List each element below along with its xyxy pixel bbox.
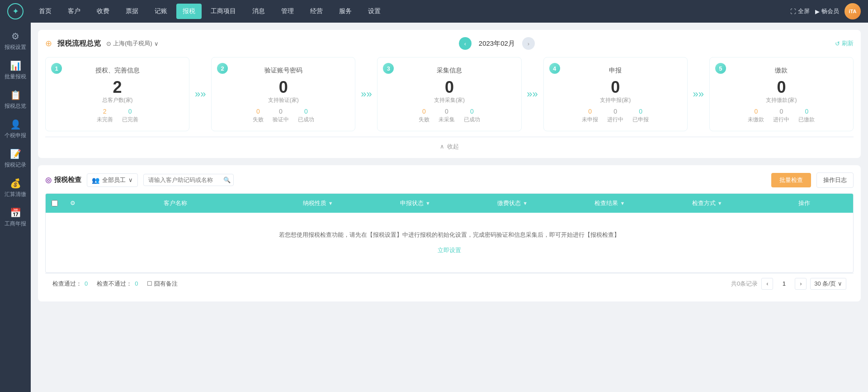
avatar[interactable]: iTA xyxy=(844,3,861,19)
chevron-down-icon: ∨ xyxy=(128,177,133,183)
step-title-3: 申报 xyxy=(551,67,680,75)
nav-item-收费[interactable]: 收费 xyxy=(89,0,118,23)
stat-label: 未申报 xyxy=(582,116,598,124)
step-sub-4: 支持缴款(家) xyxy=(717,96,846,104)
search-icon[interactable]: 🔍 xyxy=(223,177,231,183)
sidebar-item-1[interactable]: 📊批量报税 xyxy=(0,56,31,85)
stat-label: 未采集 xyxy=(439,116,455,124)
pagination: 共0条记录 ‹ 1 › 30 条/页 ∨ xyxy=(731,278,846,290)
fullscreen-button[interactable]: ⛶ 全屏 xyxy=(790,7,810,15)
select-all-checkbox[interactable] xyxy=(52,200,58,206)
th-check-result[interactable]: 检查结果 ▼ xyxy=(561,194,658,213)
prev-month-button[interactable]: ‹ xyxy=(459,37,472,50)
stat-val[interactable]: 0 xyxy=(798,108,815,115)
step-card-4: 5 缴款 0 支持缴款(家) 0 未缴款 0 进行中 0 已缴款 xyxy=(709,57,854,131)
th-checkbox[interactable] xyxy=(46,194,64,213)
th-check-method[interactable]: 检查方式 ▼ xyxy=(659,194,756,213)
table-empty-body: 若您想使用报税检查功能，请先在【报税设置】中进行报税的初始化设置，完成密码验证和… xyxy=(46,213,853,272)
stat-val[interactable]: 0 xyxy=(122,108,138,115)
step-title-0: 授权、完善信息 xyxy=(53,67,182,75)
pass-count[interactable]: 0 xyxy=(85,280,88,287)
nav-item-记账[interactable]: 记账 xyxy=(146,0,175,23)
nav-item-消息[interactable]: 消息 xyxy=(244,0,273,23)
stat-val[interactable]: 0 xyxy=(748,108,764,115)
step-card-3: 4 申报 0 支持申报(家) 0 未申报 0 进行中 0 已申报 xyxy=(543,57,688,131)
search-box: 🔍 xyxy=(143,174,234,186)
nav-item-工商项目[interactable]: 工商项目 xyxy=(203,0,244,23)
stat-label: 已成功 xyxy=(464,116,480,124)
nav-item-客户[interactable]: 客户 xyxy=(60,0,89,23)
step-card-0: 1 授权、完善信息 2 总客户数(家) 2 未完善 0 已完善 xyxy=(45,57,189,131)
sidebar-icon-4: 📝 xyxy=(10,148,21,159)
operation-log-button[interactable]: 操作日志 xyxy=(816,172,854,188)
fail-count[interactable]: 0 xyxy=(135,280,138,287)
step-arrow-2: »» xyxy=(355,57,377,131)
sidebar-item-4[interactable]: 📝报税记录 xyxy=(0,144,31,173)
step-arrow-1: »» xyxy=(189,57,211,131)
tax-check-panel: ◎ 报税检查 👥 全部员工 ∨ 🔍 批量检查 操作日志 ⚙ 客户名称 xyxy=(38,165,861,301)
stat-val: 0 xyxy=(607,108,623,115)
member-button[interactable]: ▶ 畅会员 xyxy=(815,7,839,15)
nav-item-设置[interactable]: 设置 xyxy=(360,0,389,23)
refresh-button[interactable]: ↺ 刷新 xyxy=(835,39,854,48)
sidebar-label-1: 批量报税 xyxy=(5,73,26,81)
sidebar-label-0: 报税设置 xyxy=(5,43,26,51)
sidebar-item-5[interactable]: 💰汇算清缴 xyxy=(0,173,31,203)
sidebar-item-3[interactable]: 👤个税申报 xyxy=(0,115,31,144)
step-arrow-4: »» xyxy=(688,57,709,131)
next-page-button[interactable]: › xyxy=(795,278,807,290)
logo: ✦ xyxy=(0,0,31,23)
stat-val[interactable]: 0 xyxy=(582,108,598,115)
prev-page-button[interactable]: ‹ xyxy=(761,278,773,290)
nav-item-首页[interactable]: 首页 xyxy=(31,0,60,23)
sidebar-item-6[interactable]: 📅工商年报 xyxy=(0,203,31,232)
go-setting-link[interactable]: 立即设置 xyxy=(438,246,461,254)
collapse-button[interactable]: ∧ 收起 xyxy=(45,143,854,151)
sidebar-label-4: 报税记录 xyxy=(5,161,26,169)
nav-item-管理[interactable]: 管理 xyxy=(273,0,302,23)
per-page-selector[interactable]: 30 条/页 ∨ xyxy=(810,278,846,290)
stat-val[interactable]: 0 xyxy=(253,108,264,115)
stat-label: 失败 xyxy=(419,116,429,124)
sidebar-item-0[interactable]: ⚙报税设置 xyxy=(0,26,31,56)
step-sub-2: 支持采集(家) xyxy=(385,96,514,104)
th-declare-status[interactable]: 申报状态 ▼ xyxy=(367,194,464,213)
step-count-0: 2 xyxy=(53,78,182,96)
step-num-0: 1 xyxy=(51,63,62,74)
nav-item-经营[interactable]: 经营 xyxy=(302,0,331,23)
stat-val[interactable]: 0 xyxy=(419,108,429,115)
sidebar-icon-1: 📊 xyxy=(10,60,21,71)
step-count-1: 0 xyxy=(219,78,348,96)
overview-title: 报税流程总览 xyxy=(57,39,101,48)
nav-item-服务[interactable]: 服务 xyxy=(331,0,360,23)
nav-item-报税[interactable]: 报税 xyxy=(176,4,202,19)
step-stats-4: 0 未缴款 0 进行中 0 已缴款 xyxy=(717,108,846,124)
step-sub-0: 总客户数(家) xyxy=(53,96,182,104)
divider xyxy=(45,137,854,137)
step-num-4: 5 xyxy=(715,63,726,74)
stat-val[interactable]: 0 xyxy=(464,108,480,115)
table-container: ⚙ 客户名称 纳税性质 ▼ 申报状态 ▼ 缴费状态 ▼ 检查结果 ▼ 检查方式 … xyxy=(45,193,854,273)
stat-val[interactable]: 0 xyxy=(632,108,649,115)
employee-selector[interactable]: 👥 全部员工 ∨ xyxy=(87,173,138,187)
nav-item-票据[interactable]: 票据 xyxy=(118,0,146,23)
sidebar-label-2: 报税总览 xyxy=(5,102,26,110)
stat-val[interactable]: 2 xyxy=(97,108,113,115)
current-page: 1 xyxy=(777,280,791,287)
th-tax-nature[interactable]: 纳税性质 ▼ xyxy=(269,194,367,213)
stat-label: 失败 xyxy=(253,116,264,124)
search-input[interactable] xyxy=(148,177,221,183)
sidebar-item-2[interactable]: 📋报税总览 xyxy=(0,85,31,115)
th-operation: 操作 xyxy=(756,194,853,213)
stat-label: 进行中 xyxy=(773,116,789,124)
location-selector[interactable]: ⊙ 上海(电子税局) ∨ xyxy=(106,39,159,48)
th-settings[interactable]: ⚙ xyxy=(64,194,82,213)
location-icon: ⊙ xyxy=(106,40,111,47)
step-arrow-3: »» xyxy=(522,57,543,131)
step-stats-3: 0 未申报 0 进行中 0 已申报 xyxy=(551,108,680,124)
stat-label: 未缴款 xyxy=(748,116,764,124)
next-month-button[interactable]: › xyxy=(522,37,535,50)
stat-val[interactable]: 0 xyxy=(298,108,314,115)
batch-check-button[interactable]: 批量检查 xyxy=(771,173,811,187)
th-payment-status[interactable]: 缴费状态 ▼ xyxy=(464,194,561,213)
